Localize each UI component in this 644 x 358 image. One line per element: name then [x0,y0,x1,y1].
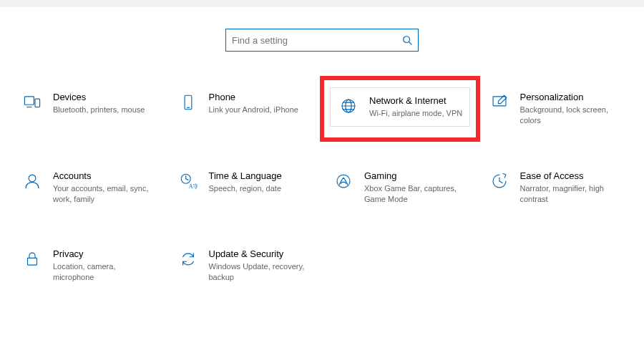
accounts-icon [20,170,44,190]
personalization-icon [487,92,512,112]
highlight-frame: Network & Internet Wi-Fi, airplane mode,… [320,76,480,142]
svg-point-13 [29,175,36,182]
update-icon [176,248,200,268]
category-desc: Wi-Fi, airplane mode, VPN [369,108,462,119]
category-title: Devices [53,92,145,102]
svg-rect-12 [493,97,506,106]
privacy-icon [20,248,44,268]
category-desc: Xbox Game Bar, captures, Game Mode [364,183,469,205]
window-titlebar [0,0,644,7]
category-title: Personalization [520,92,625,102]
category-title: Network & Internet [369,95,462,106]
category-desc: Your accounts, email, sync, work, family [53,183,157,205]
search-input[interactable] [232,35,402,46]
svg-text:A字: A字 [188,183,197,189]
category-timelang[interactable]: A字 Time & Language Speech, region, date [170,166,319,209]
category-title: Update & Security [209,248,313,259]
search-icon [402,35,412,45]
category-title: Phone [209,92,298,102]
category-easeofaccess[interactable]: Ease of Access Narrator, magnifier, high… [482,166,630,209]
category-network[interactable]: Network & Internet Wi-Fi, airplane mode,… [330,87,470,127]
svg-line-1 [409,42,412,45]
svg-line-20 [499,181,502,183]
category-devices[interactable]: Devices Bluetooth, printers, mouse [14,87,163,130]
category-desc: Location, camera, microphone [53,261,157,283]
category-desc: Speech, region, date [209,183,282,194]
devices-icon [20,92,44,112]
category-update[interactable]: Update & Security Windows Update, recove… [170,244,319,287]
settings-grid: Devices Bluetooth, printers, mouse Phone… [0,87,644,287]
svg-point-0 [404,37,410,43]
svg-line-16 [185,178,187,180]
gaming-icon [331,170,356,190]
category-title: Accounts [53,170,157,181]
category-desc: Narrator, magnifier, high contrast [520,183,625,205]
category-privacy[interactable]: Privacy Location, camera, microphone [14,244,163,287]
category-title: Ease of Access [520,170,625,181]
category-desc: Windows Update, recovery, backup [209,261,313,283]
ease-of-access-icon [487,170,512,190]
svg-point-18 [337,175,350,188]
search-container [0,29,644,52]
svg-rect-21 [28,258,37,266]
time-language-icon: A字 [176,170,200,190]
category-phone[interactable]: Phone Link your Android, iPhone [170,87,319,130]
svg-rect-2 [24,97,34,105]
globe-icon [336,95,361,115]
phone-icon [176,92,200,112]
category-title: Privacy [53,248,157,259]
svg-rect-3 [35,99,40,107]
category-title: Gaming [364,170,469,181]
category-desc: Background, lock screen, colors [520,105,625,126]
category-desc: Bluetooth, printers, mouse [53,105,145,115]
category-gaming[interactable]: Gaming Xbox Game Bar, captures, Game Mod… [326,166,474,209]
category-personalization[interactable]: Personalization Background, lock screen,… [482,87,630,130]
category-desc: Link your Android, iPhone [209,105,298,115]
category-accounts[interactable]: Accounts Your accounts, email, sync, wor… [14,166,163,209]
search-box[interactable] [225,29,419,52]
category-title: Time & Language [209,170,282,181]
